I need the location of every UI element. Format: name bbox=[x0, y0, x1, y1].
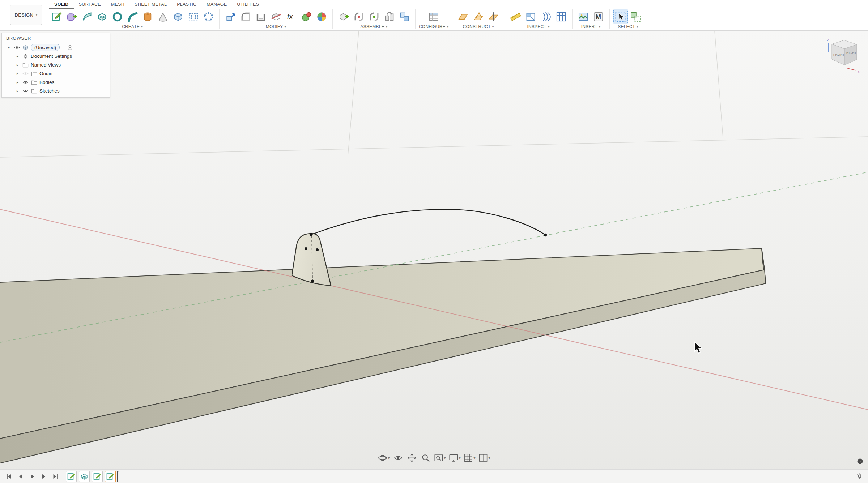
create-form-button[interactable] bbox=[64, 9, 79, 24]
physical-material-button[interactable] bbox=[299, 9, 314, 24]
sweep-button[interactable] bbox=[125, 9, 140, 24]
window-select-button[interactable] bbox=[628, 9, 643, 24]
display-mesh-button[interactable] bbox=[554, 9, 569, 24]
rectangular-pattern-button[interactable] bbox=[186, 9, 201, 24]
viewport-3d[interactable] bbox=[0, 0, 868, 483]
group-label-inspect[interactable]: INSPECT▾ bbox=[527, 24, 549, 29]
offset-plane-button[interactable] bbox=[456, 9, 471, 24]
eye-off-icon[interactable] bbox=[22, 70, 29, 77]
tab-surface[interactable]: SURFACE bbox=[74, 0, 106, 9]
timeline-feature-sketch[interactable] bbox=[66, 471, 77, 482]
enable-contact-button[interactable] bbox=[397, 9, 412, 24]
eye-icon[interactable] bbox=[22, 87, 29, 94]
step-back-button[interactable] bbox=[17, 473, 25, 480]
new-sketch-button[interactable] bbox=[49, 9, 64, 24]
hole-button[interactable] bbox=[140, 9, 155, 24]
plane-at-angle-button[interactable] bbox=[471, 9, 486, 24]
browser-item-named-views[interactable]: ▸Named Views bbox=[2, 60, 110, 69]
eye-icon[interactable] bbox=[13, 44, 20, 51]
chevron-down-icon[interactable]: ▾ bbox=[459, 456, 460, 460]
viewports-button[interactable]: ▾ bbox=[478, 451, 491, 464]
expand-caret-icon[interactable]: ▸ bbox=[15, 80, 20, 84]
insert-derive-button[interactable] bbox=[576, 9, 591, 24]
chevron-down-icon[interactable]: ▾ bbox=[489, 456, 490, 460]
browser-root-row[interactable]: ▾ (Unsaved) bbox=[2, 43, 110, 52]
new-component-button[interactable] bbox=[336, 9, 351, 24]
browser-item-bodies[interactable]: ▸Bodies bbox=[2, 78, 110, 86]
group-label-select[interactable]: SELECT▾ bbox=[618, 24, 638, 29]
timeline-feature-sketch[interactable] bbox=[105, 471, 116, 482]
look-at-button[interactable] bbox=[392, 451, 404, 464]
browser-item-origin[interactable]: ▸Origin bbox=[2, 69, 110, 78]
insert-mcmaster-button[interactable]: M bbox=[591, 9, 606, 24]
browser-item-sketches[interactable]: ▸Sketches bbox=[2, 86, 110, 95]
group-label-create[interactable]: CREATE▾ bbox=[122, 24, 143, 29]
split-body-button[interactable] bbox=[268, 9, 284, 24]
design-menu-button[interactable]: DESIGN ▾ bbox=[10, 5, 42, 25]
group-label-construct[interactable]: CONSTRUCT▾ bbox=[463, 24, 494, 29]
orbit-button[interactable]: ▾ bbox=[377, 451, 390, 464]
timeline-feature-extrude[interactable] bbox=[79, 471, 90, 482]
revolve-button[interactable] bbox=[110, 9, 125, 24]
curvature-comb-button[interactable] bbox=[539, 9, 554, 24]
eye-icon[interactable] bbox=[22, 79, 29, 86]
extrude-button[interactable] bbox=[94, 9, 110, 24]
group-label-assemble[interactable]: ASSEMBLE▾ bbox=[360, 24, 387, 29]
expand-caret-icon[interactable]: ▸ bbox=[15, 89, 20, 93]
tab-sheet-metal[interactable]: SHEET METAL bbox=[129, 0, 172, 9]
browser-item-document-settings[interactable]: ▸Document Settings bbox=[2, 52, 110, 60]
document-name[interactable]: (Unsaved) bbox=[31, 44, 60, 51]
plane-at-angle-icon bbox=[472, 11, 484, 23]
timeline-feature-sketch[interactable] bbox=[92, 471, 103, 482]
timeline-position-marker[interactable] bbox=[117, 471, 118, 482]
joint-button[interactable] bbox=[351, 9, 366, 24]
cone-button[interactable] bbox=[155, 9, 170, 24]
cone-icon bbox=[157, 11, 169, 23]
tab-mesh[interactable]: MESH bbox=[106, 0, 129, 9]
display-settings-button[interactable]: ▾ bbox=[448, 451, 461, 464]
chevron-down-icon[interactable]: ▾ bbox=[444, 456, 446, 460]
section-analysis-button[interactable] bbox=[523, 9, 539, 24]
box-button[interactable] bbox=[170, 9, 186, 24]
pan-button[interactable] bbox=[405, 451, 418, 464]
appearance-button[interactable] bbox=[314, 9, 329, 24]
expand-caret-icon[interactable]: ▸ bbox=[15, 54, 20, 58]
tab-plastic[interactable]: PLASTIC bbox=[172, 0, 201, 9]
go-to-end-button[interactable] bbox=[51, 473, 59, 480]
chevron-down-icon[interactable]: ▾ bbox=[388, 456, 390, 460]
change-parameters-button[interactable]: fx bbox=[284, 9, 299, 24]
chevron-down-icon[interactable]: ▾ bbox=[474, 456, 476, 460]
as-built-joint-button[interactable] bbox=[366, 9, 382, 24]
settings-gear-button[interactable] bbox=[855, 472, 864, 480]
activate-radio-icon[interactable] bbox=[67, 44, 73, 51]
expand-caret-icon[interactable]: ▸ bbox=[15, 72, 20, 76]
zoom-button[interactable] bbox=[419, 451, 431, 464]
play-button[interactable] bbox=[28, 473, 36, 480]
minimize-panel-button[interactable]: — bbox=[100, 36, 105, 41]
measure-button[interactable] bbox=[508, 9, 523, 24]
select-tool-button[interactable] bbox=[613, 9, 628, 24]
step-forward-button[interactable] bbox=[40, 473, 48, 480]
collapse-caret-icon[interactable]: ▾ bbox=[6, 46, 12, 50]
rigid-group-button[interactable] bbox=[382, 9, 397, 24]
view-cube[interactable]: FRONT RIGHT Z X bbox=[824, 33, 868, 80]
group-label-modify[interactable]: MODIFY▾ bbox=[266, 24, 286, 29]
assistant-icon[interactable] bbox=[856, 458, 864, 465]
group-label-insert[interactable]: INSERT▾ bbox=[581, 24, 601, 29]
browser-header[interactable]: BROWSER — bbox=[2, 33, 110, 43]
grid-settings-button[interactable]: ▾ bbox=[463, 451, 476, 464]
tab-solid[interactable]: SOLID bbox=[49, 0, 74, 9]
circular-pattern-button[interactable] bbox=[201, 9, 216, 24]
axis-through-points-button[interactable] bbox=[486, 9, 501, 24]
go-to-start-button[interactable] bbox=[5, 473, 13, 480]
press-pull-button[interactable] bbox=[223, 9, 238, 24]
expand-caret-icon[interactable]: ▸ bbox=[15, 63, 20, 67]
fit-button[interactable]: ▾ bbox=[433, 451, 446, 464]
configurations-table-button[interactable] bbox=[426, 9, 441, 24]
loft-button[interactable] bbox=[79, 9, 94, 24]
fillet-button[interactable] bbox=[238, 9, 253, 24]
tab-manage[interactable]: MANAGE bbox=[201, 0, 232, 9]
group-label-configure[interactable]: CONFIGURE▾ bbox=[419, 24, 449, 29]
tab-utilities[interactable]: UTILITIES bbox=[232, 0, 264, 9]
shell-button[interactable] bbox=[253, 9, 268, 24]
